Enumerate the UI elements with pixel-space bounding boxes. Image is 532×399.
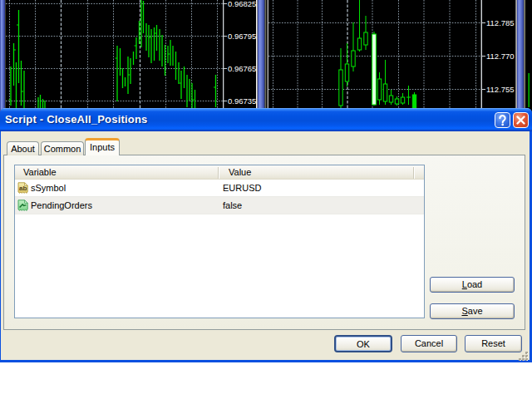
svg-text:112.770: 112.770 xyxy=(486,52,515,61)
svg-text:0.96765: 0.96765 xyxy=(228,64,256,73)
svg-text:112.785: 112.785 xyxy=(486,18,515,27)
svg-text:112.755: 112.755 xyxy=(486,85,515,94)
svg-text:ab: ab xyxy=(19,185,27,192)
svg-text:0.96735: 0.96735 xyxy=(228,96,256,106)
svg-text:0.96795: 0.96795 xyxy=(228,32,256,41)
svg-text:0.96825: 0.96825 xyxy=(228,0,256,8)
